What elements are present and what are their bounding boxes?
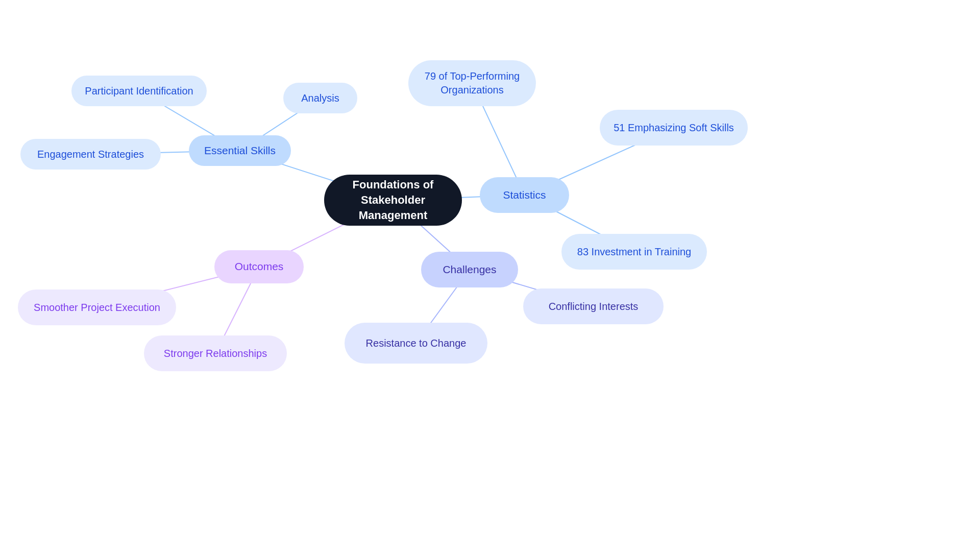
engagement-label: Engagement Strategies [37,148,144,161]
participant-id-label: Participant Identification [85,84,193,98]
conflicting-node[interactable]: Conflicting Interests [523,288,664,324]
smoother-node[interactable]: Smoother Project Execution [18,290,176,325]
center-node: Foundations of Stakeholder Management [324,175,462,226]
top-performing-label: 79 of Top-Performing Organizations [421,69,524,97]
statistics-node[interactable]: Statistics [480,177,569,213]
essential-skills-node[interactable]: Essential Skills [189,135,291,166]
top-performing-node[interactable]: 79 of Top-Performing Organizations [408,60,536,106]
relationships-node[interactable]: Stronger Relationships [144,335,287,371]
participant-id-node[interactable]: Participant Identification [71,76,207,106]
analysis-label: Analysis [301,91,339,105]
investment-label: 83 Investment in Training [577,245,691,259]
challenges-label: Challenges [443,262,496,277]
conflicting-label: Conflicting Interests [549,300,639,314]
smoother-label: Smoother Project Execution [34,301,160,315]
relationships-label: Stronger Relationships [164,347,267,360]
essential-skills-label: Essential Skills [204,143,276,158]
analysis-node[interactable]: Analysis [283,83,357,113]
soft-skills-node[interactable]: 51 Emphasizing Soft Skills [600,110,748,146]
soft-skills-label: 51 Emphasizing Soft Skills [614,121,734,135]
engagement-node[interactable]: Engagement Strategies [20,139,161,170]
outcomes-node[interactable]: Outcomes [214,250,304,283]
outcomes-label: Outcomes [235,259,284,274]
resistance-label: Resistance to Change [366,336,467,350]
center-label: Foundations of Stakeholder Management [336,177,450,223]
challenges-node[interactable]: Challenges [421,252,518,287]
statistics-label: Statistics [503,188,546,202]
resistance-node[interactable]: Resistance to Change [345,323,487,364]
investment-node[interactable]: 83 Investment in Training [561,234,707,270]
